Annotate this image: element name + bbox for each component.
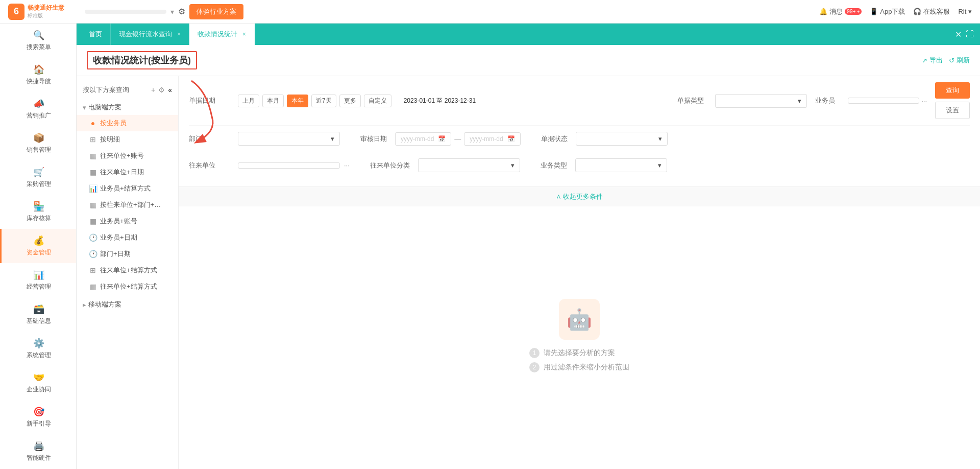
partner-more-dots[interactable]: ··· xyxy=(344,161,350,169)
plan-item-salesperson-settlement[interactable]: 📊 业务员+结算方式 xyxy=(77,180,178,197)
marketing-icon: 📣 xyxy=(33,98,44,109)
review-date-end[interactable]: yyyy-mm-dd 📅 xyxy=(464,132,520,146)
sidebar-item-operation[interactable]: 📊 经营管理 xyxy=(0,263,76,297)
main-content: 单据日期 上月 本月 本年 近7天 更多 自定义 2023-01-01 至 20… xyxy=(179,76,980,469)
date-btn-last-7days[interactable]: 近7天 xyxy=(311,95,336,107)
tab-receipt-stats-close-icon[interactable]: × xyxy=(242,31,246,38)
refresh-button[interactable]: ↺ 刷新 xyxy=(949,56,970,65)
online-service-button[interactable]: 🎧 在线客服 xyxy=(913,7,950,16)
collapse-bar[interactable]: ∧ 收起更多条件 xyxy=(179,186,980,206)
sidebar-item-hardware[interactable]: 🖨️ 智能硬件 xyxy=(0,434,76,468)
partner-select[interactable] xyxy=(238,162,340,169)
partner-type-select[interactable]: ▾ xyxy=(418,158,520,172)
plan-item-partner-account[interactable]: ▦ 往来单位+账号 xyxy=(77,148,178,164)
expand-right-icon: ▸ xyxy=(83,301,86,309)
chart-icon: 📊 xyxy=(89,184,97,193)
tab-bank-flow-close-icon[interactable]: × xyxy=(177,31,181,38)
sidebar-item-purchase[interactable]: 🛒 采购管理 xyxy=(0,160,76,195)
date-btn-custom[interactable]: 自定义 xyxy=(364,95,391,107)
close-window-icon[interactable]: ✕ xyxy=(955,30,962,39)
sidebar-item-quick-nav[interactable]: 🏠 快捷导航 xyxy=(0,58,76,92)
sidebar-item-marketing[interactable]: 📣 营销推广 xyxy=(0,92,76,126)
biz-type-select[interactable]: ▾ xyxy=(575,158,667,172)
chevron-down-biz-type: ▾ xyxy=(658,161,662,169)
hardware-icon: 🖨️ xyxy=(33,440,44,452)
export-button[interactable]: ↗ 导出 xyxy=(922,56,943,65)
operation-icon: 📊 xyxy=(33,269,44,280)
step-1-number: 1 xyxy=(529,348,540,358)
sidebar-header-actions: + ⚙ « xyxy=(151,86,172,94)
inventory-icon: 🏪 xyxy=(33,201,44,212)
guide-icon: 🎯 xyxy=(33,406,44,417)
doc-type-select[interactable]: ▾ xyxy=(715,94,807,108)
plan-item-by-detail[interactable]: ⊞ 按明细 xyxy=(77,131,178,148)
review-date-label: 审核日期 xyxy=(360,134,387,144)
tab-home[interactable]: 首页 xyxy=(81,24,111,45)
content-wrapper: 按以下方案查询 + ⚙ « ▾ 电脑端方案 ● 按业务员 xyxy=(77,76,980,469)
query-button[interactable]: 查询 xyxy=(935,82,970,99)
review-date-start[interactable]: yyyy-mm-dd 📅 xyxy=(395,132,451,146)
date-btn-this-year[interactable]: 本年 xyxy=(287,95,308,107)
messages-button[interactable]: 🔔 消息 99+ + xyxy=(819,7,862,16)
dept-select[interactable]: ▾ xyxy=(238,132,340,146)
date-btn-more[interactable]: 更多 xyxy=(339,95,361,107)
scheme-settings-button[interactable]: ⚙ xyxy=(158,86,165,94)
tab-bank-flow[interactable]: 现金银行流水查询 × xyxy=(111,24,189,45)
sidebar-item-search-menu[interactable]: 🔍 搜索菜单 xyxy=(0,24,76,58)
download-icon: 📱 xyxy=(870,8,878,15)
user-menu[interactable]: Rit ▾ xyxy=(958,8,972,15)
salesperson-input[interactable] xyxy=(848,98,919,104)
date-btn-this-month[interactable]: 本月 xyxy=(262,95,284,107)
doc-status-select[interactable]: ▾ xyxy=(576,132,668,146)
basic-info-icon: 🗃️ xyxy=(33,303,44,315)
settings-gear-button[interactable]: ⚙ xyxy=(178,7,185,16)
empty-illustration: 🤖 xyxy=(559,299,600,340)
plan-group-mobile: ▸ 移动端方案 xyxy=(77,297,178,312)
maximize-window-icon[interactable]: ⛶ xyxy=(966,30,974,39)
chevron-down-doc-type: ▾ xyxy=(798,97,801,105)
salesperson-more-dots[interactable]: ··· xyxy=(921,97,927,105)
plan-item-salesperson-date[interactable]: 🕐 业务员+日期 xyxy=(77,229,178,246)
table-icon-4: ▦ xyxy=(89,217,97,225)
empty-step-1: 1 请先选择要分析的方案 xyxy=(529,348,629,358)
sidebar-item-system[interactable]: ⚙️ 系统管理 xyxy=(0,332,76,366)
table-icon-2: ▦ xyxy=(89,168,97,176)
logo-icon: 6 xyxy=(8,4,24,20)
add-scheme-button[interactable]: + xyxy=(151,86,155,94)
salesperson-label: 业务员 xyxy=(815,96,846,105)
chevron-down-partner-type: ▾ xyxy=(511,161,514,169)
set-button[interactable]: 设置 xyxy=(935,102,970,119)
export-icon: ↗ xyxy=(922,57,927,64)
filter-row-partner: 往来单位 ··· 往来单位分类 ▾ 业务类型 xyxy=(189,152,970,178)
plan-item-dept-date[interactable]: 🕐 部门+日期 xyxy=(77,246,178,262)
circle-active-icon: ● xyxy=(89,119,97,127)
plan-item-by-salesperson[interactable]: ● 按业务员 xyxy=(77,115,178,131)
app-download-button[interactable]: 📱 App下载 xyxy=(870,7,905,16)
doc-status-label: 单据状态 xyxy=(541,134,568,144)
sidebar-item-inventory[interactable]: 🏪 库存核算 xyxy=(0,195,76,229)
empty-instructions: 1 请先选择要分析的方案 2 用过滤条件来缩小分析范围 xyxy=(529,348,629,377)
clock-icon-1: 🕐 xyxy=(89,233,97,242)
plan-group-pc-title[interactable]: ▾ 电脑端方案 xyxy=(77,100,178,115)
plan-item-partner-date[interactable]: ▦ 往来单位+日期 xyxy=(77,164,178,180)
top-header: 6 畅捷通好生意 标准版 ▾ ⚙ 体验行业方案 🔔 消息 99+ + 📱 App… xyxy=(0,0,980,24)
tab-receipt-stats[interactable]: 收款情况统计 × xyxy=(189,24,255,45)
sidebar-item-sales[interactable]: 📦 销售管理 xyxy=(0,126,76,160)
plan-item-partner-dept-collection[interactable]: ▦ 按往来单位+部门+收... xyxy=(77,197,178,213)
sidebar-item-basic-info[interactable]: 🗃️ 基础信息 xyxy=(0,297,76,332)
page-actions: ↗ 导出 ↺ 刷新 xyxy=(922,56,970,65)
sidebar-item-finance[interactable]: 💰 资金管理 xyxy=(0,229,76,263)
plan-item-partner-settlement-2[interactable]: ▦ 往来单位+结算方式 xyxy=(77,278,178,295)
search-breadcrumb[interactable] xyxy=(85,10,166,14)
breadcrumb-dropdown-icon[interactable]: ▾ xyxy=(170,8,174,16)
plan-group-mobile-title[interactable]: ▸ 移动端方案 xyxy=(77,297,178,312)
plan-item-partner-settlement-1[interactable]: ⊞ 往来单位+结算方式 xyxy=(77,262,178,278)
sidebar-item-guide[interactable]: 🎯 新手引导 xyxy=(0,400,76,434)
collapse-sidebar-button[interactable]: « xyxy=(168,86,172,94)
plan-item-salesperson-account[interactable]: ▦ 业务员+账号 xyxy=(77,213,178,229)
sidebar-item-enterprise[interactable]: 🤝 企业协同 xyxy=(0,366,76,400)
date-filter-buttons: 上月 本月 本年 近7天 更多 自定义 xyxy=(238,95,391,107)
dept-filter-label: 部门 xyxy=(189,134,230,144)
date-btn-last-month[interactable]: 上月 xyxy=(238,95,259,107)
trial-button[interactable]: 体验行业方案 xyxy=(189,4,243,19)
